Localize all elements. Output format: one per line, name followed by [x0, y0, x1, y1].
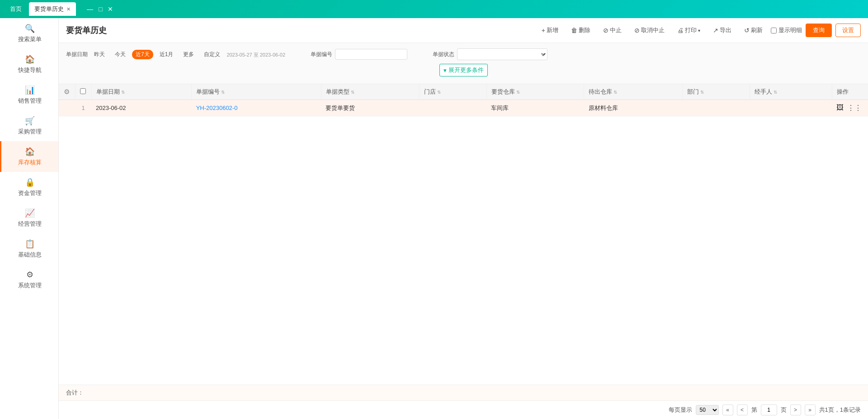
show-detail-label: 显示明细	[778, 26, 802, 34]
select-all-checkbox[interactable]	[80, 88, 86, 94]
th-pending-warehouse: 待出仓库 ⇅	[584, 84, 683, 100]
date-range-text: 2023-05-27 至 2023-06-02	[226, 52, 285, 58]
tab-requisition-history[interactable]: 要货单历史 ✕	[29, 2, 76, 16]
sidebar-item-inventory[interactable]: 🏠 库存核算	[0, 141, 58, 172]
row-req-warehouse: 车间库	[486, 100, 584, 116]
query-button[interactable]: 查询	[806, 24, 832, 37]
page-input[interactable]	[761, 405, 777, 415]
finance-icon: 🔒	[25, 177, 35, 187]
show-detail-checkbox[interactable]: 显示明细	[771, 26, 802, 34]
prev-page-btn[interactable]: <	[737, 405, 748, 415]
sort-doc-date[interactable]: 单据日期 ⇅	[96, 88, 187, 96]
sort-dept-icon: ⇅	[700, 90, 704, 95]
export-icon: ↗	[713, 27, 718, 34]
sidebar-item-finance-mgmt[interactable]: 🔒 资金管理	[0, 172, 58, 203]
doc-no-input[interactable]	[335, 49, 407, 60]
minimize-btn[interactable]: —	[87, 5, 93, 13]
sys-mgmt-icon: ⚙	[26, 270, 33, 280]
table-container: ⚙ 单据日期 ⇅ 单据编号	[59, 84, 868, 385]
sidebar-item-purchase-mgmt[interactable]: 🛒 采购管理	[0, 110, 58, 141]
expand-icon: ▾	[443, 67, 447, 74]
th-req-warehouse: 要货仓库 ⇅	[486, 84, 584, 100]
settings-button[interactable]: 设置	[835, 24, 861, 37]
tab-close-icon[interactable]: ✕	[66, 6, 71, 12]
delete-button[interactable]: 🗑 删除	[566, 24, 595, 37]
date-chip-today[interactable]: 今天	[111, 50, 129, 59]
tab-home-label: 首页	[10, 5, 22, 13]
expand-conditions-btn[interactable]: ▾ 展开更多条件	[439, 64, 488, 76]
last-page-btn[interactable]: »	[805, 405, 816, 415]
date-label: 单据日期	[66, 51, 88, 58]
sort-req-wh-icon: ⇅	[516, 90, 520, 95]
date-chip-more[interactable]: 更多	[179, 50, 198, 59]
date-chip-7days[interactable]: 近7天	[132, 50, 153, 59]
basic-info-icon: 📋	[25, 239, 35, 249]
sort-department[interactable]: 部门 ⇅	[687, 88, 745, 96]
cancel-stop-button[interactable]: ⊘ 取消中止	[630, 24, 669, 37]
row-num: 1	[75, 100, 91, 116]
sidebar-item-quicknav-label: 快捷导航	[18, 66, 42, 74]
export-button[interactable]: ↗ 导出	[708, 24, 736, 37]
doc-no-link[interactable]: YH-20230602-0	[196, 105, 238, 111]
sort-handler[interactable]: 经手人 ⇅	[755, 88, 827, 96]
date-chip-1month[interactable]: 近1月	[156, 50, 177, 59]
sidebar-item-basic-info[interactable]: 📋 基础信息	[0, 233, 58, 264]
row-department	[682, 100, 750, 116]
sidebar-item-search-menu[interactable]: 🔍 搜索菜单	[0, 18, 58, 49]
row-more-icon[interactable]: ⋮⋮	[847, 104, 862, 112]
sidebar-item-ops-mgmt[interactable]: 📈 经营管理	[0, 203, 58, 233]
sidebar-item-finance-label: 资金管理	[18, 189, 42, 197]
tab-home[interactable]: 首页	[5, 2, 27, 16]
sort-pending-warehouse[interactable]: 待出仓库 ⇅	[589, 88, 678, 96]
filter-row-1: 单据日期 昨天 今天 近7天 近1月 更多 自定义 2023-05-27 至 2…	[66, 48, 861, 60]
delete-icon: 🗑	[571, 27, 577, 34]
filter-row-expand: ▾ 展开更多条件	[66, 64, 861, 76]
th-checkbox	[75, 84, 91, 100]
table-footer: 合计：	[59, 385, 868, 400]
action-icons: 🖼 ⋮⋮	[836, 104, 863, 112]
sort-req-warehouse[interactable]: 要货仓库 ⇅	[491, 88, 579, 96]
quick-nav-icon: 🏠	[25, 54, 35, 64]
sort-doc-type[interactable]: 单据类型 ⇅	[326, 88, 415, 96]
date-chip-yesterday[interactable]: 昨天	[90, 50, 108, 59]
column-settings-icon[interactable]: ⚙	[64, 88, 70, 95]
row-view-icon[interactable]: 🖼	[836, 104, 844, 112]
sidebar-item-inventory-label: 库存核算	[18, 158, 42, 167]
th-store: 门店 ⇅	[420, 84, 487, 100]
th-doc-date: 单据日期 ⇅	[91, 84, 192, 100]
status-filter-group: 单据状态 ▾	[433, 48, 861, 60]
sidebar: 🔍 搜索菜单 🏠 快捷导航 📊 销售管理 🛒 采购管理 🏠 库存核算 🔒 资金管…	[0, 18, 59, 419]
summary-label: 合计：	[66, 389, 84, 397]
page-title: 要货单历史	[66, 25, 537, 36]
doc-no-filter-group: 单据编号	[311, 49, 407, 60]
print-button[interactable]: 🖨 打印 ▾	[673, 24, 705, 37]
next-page-btn[interactable]: >	[790, 405, 801, 415]
status-select[interactable]	[457, 48, 547, 60]
per-page-select[interactable]: 50 100 200	[696, 405, 719, 415]
toolbar: + 新增 🗑 删除 ⊘ 中止 ⊘ 取消中止 🖨 打印	[537, 24, 861, 37]
sidebar-item-quick-nav[interactable]: 🏠 快捷导航	[0, 49, 58, 80]
refresh-icon: ↺	[744, 27, 750, 34]
maximize-btn[interactable]: □	[99, 5, 102, 13]
add-button[interactable]: + 新增	[537, 24, 563, 37]
close-btn[interactable]: ✕	[108, 5, 113, 13]
print-dropdown-icon: ▾	[698, 28, 700, 33]
sort-store[interactable]: 门店 ⇅	[424, 88, 482, 96]
sidebar-item-sys-mgmt[interactable]: ⚙ 系统管理	[0, 264, 58, 295]
table-header-row: ⚙ 单据日期 ⇅ 单据编号	[59, 84, 868, 100]
status-dropdown-icon: ▾	[541, 51, 544, 58]
top-bar: 首页 要货单历史 ✕ — □ ✕	[0, 0, 868, 18]
date-chip-custom[interactable]: 自定义	[200, 50, 224, 59]
sidebar-item-sales-mgmt[interactable]: 📊 销售管理	[0, 80, 58, 110]
sort-doc-no[interactable]: 单据编号 ⇅	[196, 88, 316, 96]
first-page-btn[interactable]: «	[722, 405, 733, 415]
th-settings: ⚙	[59, 84, 75, 100]
stop-button[interactable]: ⊘ 中止	[599, 24, 626, 37]
show-detail-input[interactable]	[771, 28, 777, 33]
sidebar-item-sales-label: 销售管理	[18, 97, 42, 105]
refresh-button[interactable]: ↺ 刷新	[740, 24, 767, 37]
page-prefix-label: 第	[751, 406, 757, 414]
expand-label: 展开更多条件	[448, 66, 484, 74]
purchase-icon: 🛒	[25, 116, 35, 126]
per-page-label: 每页显示	[669, 406, 692, 414]
